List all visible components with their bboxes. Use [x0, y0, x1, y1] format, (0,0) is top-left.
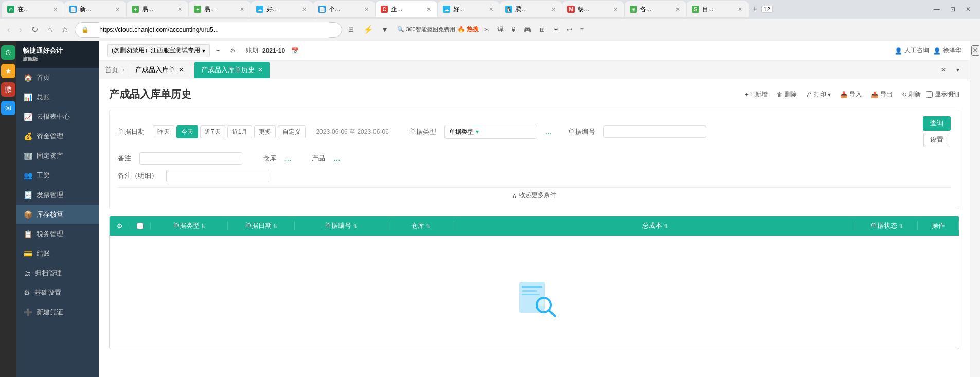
tab-close-8[interactable]: ✕ — [488, 5, 494, 14]
th-type[interactable]: 单据类型 ⇅ — [151, 221, 228, 230]
tab-close-7[interactable]: ✕ — [425, 5, 432, 14]
date-btn-7days[interactable]: 近7天 — [200, 125, 225, 138]
sidebar-item-home[interactable]: 🏠 首页 — [16, 68, 99, 87]
sidebar-item-newbill[interactable]: ➕ 新建凭证 — [16, 302, 99, 322]
translate-button[interactable]: 译 — [494, 24, 507, 35]
browser-tab-5[interactable]: ☁ 好... ✕ — [251, 1, 313, 17]
more-tabs-button[interactable]: ▾ — [952, 64, 964, 76]
app-icon-green[interactable]: ⊙ — [1, 45, 15, 60]
extensions-button[interactable]: ⊞ — [345, 24, 357, 35]
print-button[interactable]: 🖨 打印 ▾ — [802, 88, 835, 101]
game-button[interactable]: 🎮 — [521, 25, 534, 34]
import-button[interactable]: 📥 导入 — [836, 88, 866, 101]
tab-close-4[interactable]: ✕ — [239, 5, 245, 14]
sidebar-item-fixed[interactable]: 🏢 固定资产 — [16, 146, 99, 166]
close-button[interactable]: ✕ — [963, 4, 974, 15]
browser-tab-12[interactable]: S 目... ✕ — [687, 1, 749, 17]
app-icon-email[interactable]: ✉ — [1, 101, 15, 115]
add-account-button[interactable]: + — [212, 45, 224, 57]
remark-filter-input[interactable] — [139, 152, 242, 165]
reload-button[interactable]: ↻ — [28, 23, 41, 37]
th-warehouse[interactable]: 仓库 ⇅ — [387, 221, 454, 230]
breadcrumb-home[interactable]: 首页 — [105, 65, 118, 75]
back-button[interactable]: ‹ — [4, 23, 13, 37]
browser-tab-10[interactable]: M 畅... ✕ — [562, 1, 624, 17]
hot-search-badge[interactable]: 🔥 热搜 — [457, 25, 479, 34]
sidebar-item-invoice[interactable]: 🧾 发票管理 — [16, 185, 99, 205]
th-cost[interactable]: 总成本 ⇅ — [454, 221, 856, 230]
add-button[interactable]: + + 新增 — [741, 88, 772, 101]
tab-history-close-icon[interactable]: ✕ — [258, 66, 263, 74]
tab-close-11[interactable]: ✕ — [674, 5, 681, 14]
export-button[interactable]: 📤 导出 — [867, 88, 897, 101]
product-filter-dots[interactable]: ... — [333, 154, 340, 163]
sidebar-item-archive[interactable]: 🗂 归档管理 — [16, 263, 99, 283]
date-btn-today[interactable]: 今天 — [176, 125, 198, 138]
tab-history-page[interactable]: 产成品入库单历史 ✕ — [194, 62, 270, 78]
sidebar-item-inventory[interactable]: 📦 库存核算 — [16, 205, 99, 224]
customer-service[interactable]: 👤 人工咨询 — [895, 46, 929, 55]
date-btn-yesterday[interactable]: 昨天 — [153, 125, 174, 138]
restore-button[interactable]: ⊡ — [947, 4, 958, 15]
sidebar-item-ledger[interactable]: 📊 总账 — [16, 87, 99, 107]
tab-close-10[interactable]: ✕ — [612, 5, 619, 14]
sidebar-item-basic[interactable]: ⚙ 基础设置 — [16, 283, 99, 302]
tab-close-2[interactable]: ✕ — [114, 5, 121, 14]
tab-close-6[interactable]: ✕ — [363, 5, 370, 14]
th-status[interactable]: 单据状态 ⇅ — [856, 221, 918, 230]
bookmark-button[interactable]: ☆ — [58, 23, 72, 37]
tab-close-5[interactable]: ✕ — [301, 5, 308, 14]
tab-list-close-icon[interactable]: ✕ — [179, 66, 184, 74]
sidebar-item-report[interactable]: 📈 云报表中心 — [16, 107, 99, 127]
th-date[interactable]: 单据日期 ⇅ — [228, 221, 295, 230]
browser-tab-1[interactable]: ⊙ 在... ✕ — [2, 1, 64, 17]
sidebar-item-fund[interactable]: 💰 资金管理 — [16, 127, 99, 146]
tab-close-12[interactable]: ✕ — [737, 5, 743, 14]
th-no[interactable]: 单据编号 ⇅ — [295, 221, 387, 230]
user-info[interactable]: 👤 徐泽华 — [933, 46, 961, 55]
settings-button[interactable]: ⚙ — [226, 45, 240, 57]
app-icon-yellow[interactable]: ★ — [1, 64, 15, 78]
date-btn-custom[interactable]: 自定义 — [278, 125, 306, 138]
query-button[interactable]: 查询 — [923, 116, 951, 131]
browser-tab-7[interactable]: C 企... ✕ — [376, 1, 437, 17]
new-tab-button[interactable]: + — [749, 4, 761, 15]
dropdown-button[interactable]: ▾ — [380, 23, 390, 37]
tab-close-1[interactable]: ✕ — [52, 5, 59, 14]
right-panel-close-button[interactable]: ✕ — [971, 45, 979, 56]
minimize-button[interactable]: — — [931, 4, 943, 15]
refresh-button[interactable]: ↻ 刷新 — [898, 88, 925, 101]
grid-button[interactable]: ⊞ — [537, 25, 548, 34]
browser-tab-9[interactable]: 🐧 腾... ✕ — [500, 1, 562, 17]
sidebar-item-payroll[interactable]: 👥 工资 — [16, 166, 99, 185]
browser-tab-2[interactable]: 📄 新... ✕ — [64, 1, 126, 17]
detail-remark-input[interactable] — [166, 170, 269, 182]
close-tab-button[interactable]: ✕ — [937, 64, 950, 76]
brightness-button[interactable]: ☀ — [550, 25, 562, 34]
show-detail-checkbox[interactable] — [926, 91, 933, 98]
menu-button[interactable]: ≡ — [577, 25, 587, 34]
show-detail-toggle[interactable]: 显示明细 — [926, 90, 959, 99]
date-btn-1month[interactable]: 近1月 — [227, 125, 253, 138]
select-all-checkbox[interactable] — [137, 223, 144, 229]
undo-button[interactable]: ↩ — [564, 25, 575, 34]
sidebar-item-settlement[interactable]: 💳 结账 — [16, 244, 99, 263]
th-gear[interactable]: ⚙ — [110, 222, 130, 230]
calendar-button[interactable]: 📅 — [287, 45, 303, 57]
sidebar-item-tax[interactable]: 📋 税务管理 — [16, 224, 99, 244]
type-filter-select[interactable]: 单据类型 ▾ — [444, 125, 537, 139]
browser-tab-6[interactable]: 📄 个... ✕ — [313, 1, 375, 17]
browser-tab-3[interactable]: ✦ 易... ✕ — [127, 1, 188, 17]
tab-list-page[interactable]: 产成品入库单 ✕ — [129, 62, 190, 78]
browser-tab-11[interactable]: ⊞ 各... ✕ — [625, 1, 686, 17]
settings-filter-button[interactable]: 设置 — [923, 133, 950, 147]
home-button[interactable]: ⌂ — [44, 23, 56, 37]
th-check[interactable] — [130, 223, 151, 229]
forward-button[interactable]: › — [16, 23, 25, 37]
date-btn-more[interactable]: 更多 — [254, 125, 276, 138]
tab-close-9[interactable]: ✕ — [550, 5, 557, 14]
yuan-button[interactable]: ¥ — [509, 25, 519, 34]
app-icon-red-weibo[interactable]: 微 — [1, 82, 15, 97]
browser-tab-4[interactable]: ✦ 易... ✕ — [189, 1, 251, 17]
lightning-button[interactable]: ⚡ — [360, 23, 377, 37]
